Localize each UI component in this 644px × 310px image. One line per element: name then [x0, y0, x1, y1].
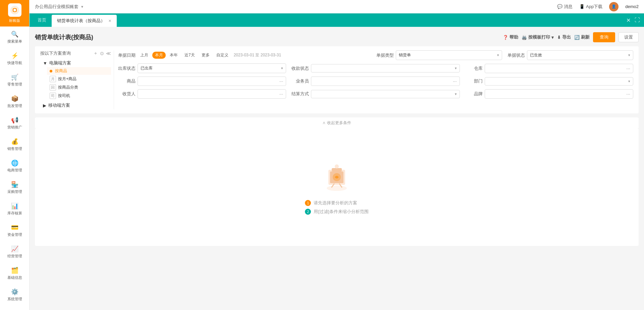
- search-nav-icon: 🔍: [11, 31, 18, 38]
- logo-area[interactable]: 标账版: [0, 0, 29, 27]
- date-pill-this-year[interactable]: 本年: [167, 52, 180, 59]
- sidebar-item-purchase[interactable]: 🏪 采购管理: [0, 177, 29, 198]
- user-name[interactable]: demo2: [625, 4, 639, 9]
- help-button[interactable]: ❓ 帮助: [503, 34, 518, 40]
- ecommerce-icon: 🌐: [11, 159, 18, 167]
- filter-item-date: 单据日期 上月 本月 本年 近7天 更多 自定义 2023-03-01 至 20…: [117, 52, 371, 59]
- tab-home[interactable]: 首页: [32, 13, 52, 27]
- tree-item-goods[interactable]: 按商品: [47, 67, 111, 75]
- active-dot-icon: [50, 70, 52, 72]
- tree-item-driver[interactable]: 司 按司机: [47, 92, 111, 100]
- sidebar-nav: 🔍 搜索菜单 ⚡ 快捷导航 🛒 零售管理 📦 批发管理 📢 营销推广 💰 销售管…: [0, 27, 29, 310]
- staff-dots-icon[interactable]: ···: [453, 79, 457, 84]
- sidebar-item-retail[interactable]: 🛒 零售管理: [0, 69, 29, 91]
- tree-item-month-goods[interactable]: 月 按月+商品: [47, 75, 111, 83]
- main-area: 办公用品行业模拟账套 ▾ 💬 消息 📱 App下载 👤 demo2 首页 销货单…: [30, 0, 644, 310]
- sidebar-item-search[interactable]: 🔍 搜索菜单: [0, 27, 29, 48]
- app-download-button[interactable]: 📱 App下载: [579, 4, 602, 10]
- doctype-select[interactable]: 销货单 ▾: [396, 50, 502, 60]
- add-scheme-icon[interactable]: ＋: [93, 50, 98, 56]
- date-pill-last-month[interactable]: 上月: [138, 52, 151, 59]
- sidebar-item-ecommerce[interactable]: 🌐 电商管理: [0, 155, 29, 177]
- tree-desktop-node[interactable]: ▼ 电脑端方案: [40, 59, 111, 67]
- workspace-dropdown-icon[interactable]: ▾: [81, 4, 83, 9]
- receiver-dots-icon[interactable]: ···: [279, 91, 283, 97]
- date-pill-custom[interactable]: 自定义: [214, 52, 231, 59]
- sidebar-item-operations[interactable]: 📈 经营管理: [0, 241, 29, 263]
- logo-icon: [8, 3, 21, 17]
- export-icon: ⬇: [557, 35, 561, 40]
- logo-text: 标账版: [9, 18, 20, 23]
- warehouse-label: 仓库: [464, 65, 483, 71]
- sidebar-item-sales[interactable]: 💰 销售管理: [0, 134, 29, 155]
- print-icon: 🖨️: [522, 35, 527, 40]
- tree-desktop-children: 按商品 月 按月+商品 回 按商品分类 司 按司机: [40, 67, 111, 100]
- docstatus-select[interactable]: 已生效 ▾: [527, 50, 633, 60]
- outstatus-select[interactable]: 已出库 ▾: [138, 63, 286, 73]
- close-window-icon[interactable]: ✕: [626, 17, 631, 23]
- outstatus-value: 已出库: [141, 65, 153, 71]
- collapse-label: ∧ 收起更多条件: [322, 120, 351, 125]
- brand-dots-icon[interactable]: ···: [626, 91, 630, 97]
- window-buttons: ✕ ⛶: [626, 17, 644, 23]
- svg-point-1: [13, 9, 16, 11]
- message-button[interactable]: 💬 消息: [557, 4, 573, 10]
- sidebar-item-marketing[interactable]: 📢 营销推广: [0, 112, 29, 134]
- user-avatar[interactable]: 👤: [609, 2, 619, 11]
- collapse-bar[interactable]: ∧ 收起更多条件: [35, 117, 639, 128]
- edit-scheme-icon[interactable]: ⊙: [100, 51, 104, 56]
- export-label: 导出: [562, 34, 571, 40]
- sidebar-item-quicknav[interactable]: ⚡ 快捷导航: [0, 48, 29, 69]
- date-pill-this-month[interactable]: 本月: [152, 52, 166, 59]
- filter-item-brand: 品牌 ···: [464, 89, 633, 99]
- sidebar-item-wholesale[interactable]: 📦 批发管理: [0, 91, 29, 112]
- settle-select[interactable]: ▾: [311, 90, 460, 98]
- settle-arrow-icon: ▾: [455, 92, 457, 96]
- export-button[interactable]: ⬇ 导出: [557, 34, 571, 40]
- expand-window-icon[interactable]: ⛶: [635, 17, 640, 23]
- tab-home-label: 首页: [38, 17, 46, 23]
- filter-row-4: 收货人 ··· 结算方式 ▾ 品牌: [117, 89, 633, 99]
- query-button[interactable]: 查询: [593, 32, 615, 42]
- tree-item-driver-icon: 司: [50, 93, 56, 99]
- settings-button[interactable]: 设置: [619, 32, 639, 42]
- date-pill-7days[interactable]: 近7天: [182, 52, 198, 59]
- step1-num: 1: [305, 200, 311, 206]
- tree-expand-icon: ▼: [43, 61, 47, 66]
- tree-mobile-node[interactable]: ▶ 移动端方案: [40, 101, 111, 109]
- print-arrow-icon[interactable]: ▾: [551, 35, 554, 40]
- staff-label: 业务员: [290, 78, 309, 84]
- brand-input: ···: [485, 89, 633, 99]
- docstatus-value: 已生效: [530, 52, 542, 58]
- sidebar-item-basics[interactable]: 🗂️ 基础信息: [0, 263, 29, 284]
- tab-report-close[interactable]: ✕: [108, 19, 111, 23]
- refresh-icon: 🔄: [574, 35, 580, 40]
- recvstatus-select[interactable]: ▾: [311, 64, 460, 72]
- message-icon: 💬: [557, 4, 562, 9]
- goods-dots-icon[interactable]: ···: [279, 79, 283, 84]
- warehouse-dots-icon[interactable]: ···: [626, 66, 630, 71]
- sales-icon: 💰: [11, 138, 18, 145]
- date-control: 上月 本月 本年 近7天 更多 自定义 2023-03-01 至 2023-03…: [138, 52, 371, 59]
- dept-select[interactable]: ▾: [485, 77, 633, 86]
- purchase-icon: 🏪: [11, 181, 18, 188]
- tab-report[interactable]: 销货单统计表（按商品） ✕: [52, 15, 117, 27]
- date-pills: 上月 本月 本年 近7天 更多 自定义: [138, 52, 231, 59]
- sidebar-item-finance[interactable]: 💳 资金管理: [0, 220, 29, 241]
- svg-point-2: [327, 186, 347, 191]
- date-range-text: 2023-03-01 至 2023-03-31: [234, 52, 281, 58]
- mobile-icon: 📱: [579, 4, 585, 9]
- settle-label: 结算方式: [290, 91, 309, 97]
- step2-num: 2: [305, 209, 311, 215]
- date-pill-more[interactable]: 更多: [199, 52, 212, 59]
- refresh-button[interactable]: 🔄 刷新: [574, 34, 590, 40]
- sidebar-item-system[interactable]: ⚙️ 系统管理: [0, 284, 29, 306]
- retail-icon: 🛒: [11, 73, 18, 81]
- sidebar-item-inventory[interactable]: 📊 库存核算: [0, 198, 29, 220]
- tree-item-category[interactable]: 回 按商品分类: [47, 83, 111, 92]
- print-button[interactable]: 🖨️ 按模板打印 ▾: [522, 34, 554, 40]
- filter-row-2: 出库状态 已出库 ▾ 收款状态 ▾ 仓库: [117, 63, 633, 73]
- collapse-scheme-icon[interactable]: ≪: [106, 51, 111, 56]
- filter-row-1: 单据日期 上月 本月 本年 近7天 更多 自定义 2023-03-01 至 20…: [117, 50, 633, 60]
- sidebar-item-enterprise[interactable]: 🤝 企业协同: [0, 306, 29, 310]
